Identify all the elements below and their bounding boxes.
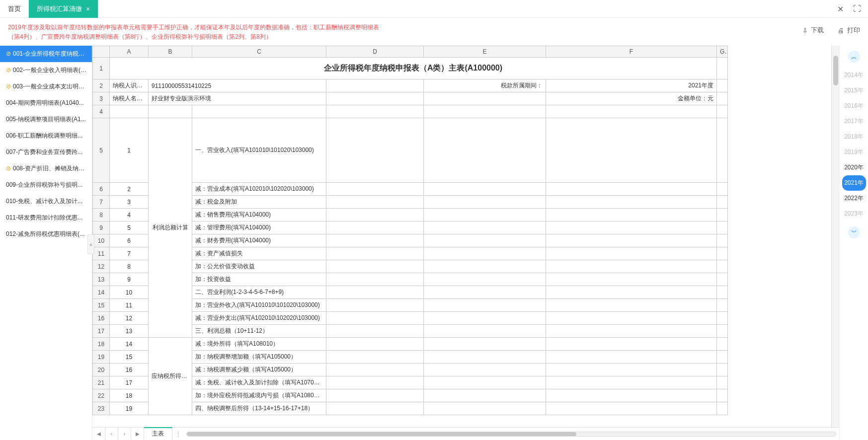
line-number[interactable]: 9 [110, 273, 149, 286]
col-header[interactable]: B [149, 46, 192, 58]
amount-cell[interactable] [326, 247, 424, 260]
hdr-item[interactable]: 项 目 [192, 105, 326, 118]
item-cell[interactable]: 加：境外应税所得抵减境内亏损（填写A108000） [192, 389, 326, 402]
col-header[interactable]: G [717, 46, 728, 58]
line-number[interactable]: 18 [110, 389, 149, 402]
sidebar-item[interactable]: 006-职工薪酬纳税调整明细... [0, 128, 92, 144]
item-cell[interactable]: 减：税金及附加 [192, 196, 326, 209]
taxpayer-name-label[interactable]: 纳税人名称： [110, 92, 149, 105]
cell[interactable] [717, 79, 728, 92]
year-option[interactable]: 2020年 [842, 160, 866, 175]
amount-cell[interactable] [326, 234, 424, 247]
profit-cell[interactable] [424, 234, 546, 247]
profit-cell[interactable] [424, 209, 546, 221]
profit-cell[interactable] [424, 312, 546, 325]
item-cell[interactable]: 减：纳税调整减少额（填写A105000） [192, 364, 326, 376]
row-number[interactable]: 14 [93, 286, 110, 299]
tab-home[interactable]: 首页 [0, 0, 29, 18]
cell[interactable] [424, 92, 546, 105]
sidebar-item[interactable]: 009-企业所得税弥补亏损明... [0, 177, 92, 193]
amount-cell[interactable] [326, 389, 424, 402]
diff-cell[interactable] [546, 389, 717, 402]
row-number[interactable]: 6 [93, 183, 110, 196]
diff-cell[interactable] [546, 312, 717, 325]
diff-cell[interactable] [546, 209, 717, 221]
item-cell[interactable]: 减：财务费用(填写A104000) [192, 234, 326, 247]
cell[interactable] [717, 364, 728, 376]
category-cell[interactable]: 利润总额计算 [149, 118, 192, 338]
amount-cell[interactable] [326, 338, 424, 351]
year-rail-up-icon[interactable]: ︽ [848, 51, 860, 63]
profit-cell[interactable] [424, 183, 546, 196]
item-cell[interactable]: 减：营业成本(填写A102010\102020\103000) [192, 183, 326, 196]
row-number[interactable]: 4 [93, 105, 110, 118]
item-cell[interactable]: 四、纳税调整后所得（13-14+15-16-17+18） [192, 402, 326, 415]
row-number[interactable]: 20 [93, 364, 110, 376]
corner-cell[interactable] [93, 46, 110, 58]
sidebar-item[interactable]: ⊘003-一般企业成本支出明细... [0, 78, 92, 95]
row-number[interactable]: 16 [93, 312, 110, 325]
line-number[interactable]: 13 [110, 325, 149, 338]
taxpayer-id-label[interactable]: 纳税人识别号： [110, 79, 149, 92]
sheet-scroll[interactable]: A B C D E F G 1企业所得税年度纳税申报表（A类）主表(A10000… [92, 46, 839, 427]
profit-cell[interactable] [424, 299, 546, 312]
item-cell[interactable]: 二、营业利润(1-2-3-4-5-6-7+8+9) [192, 286, 326, 299]
profit-cell[interactable] [424, 351, 546, 364]
cell[interactable] [717, 92, 728, 105]
row-number[interactable]: 5 [93, 118, 110, 183]
item-cell[interactable]: 加：投资收益 [192, 273, 326, 286]
col-header[interactable]: E [424, 46, 546, 58]
amount-cell[interactable] [326, 196, 424, 209]
fullscreen-icon[interactable]: ⛶ [852, 4, 862, 14]
diff-cell[interactable] [546, 196, 717, 209]
row-number[interactable]: 11 [93, 247, 110, 260]
cell[interactable] [717, 118, 728, 183]
row-number[interactable]: 21 [93, 376, 110, 389]
item-cell[interactable]: 减：营业外支出(填写A102010\102020\103000) [192, 312, 326, 325]
col-header[interactable]: C [192, 46, 326, 58]
line-number[interactable]: 7 [110, 247, 149, 260]
profit-cell[interactable] [424, 247, 546, 260]
cell[interactable] [717, 299, 728, 312]
sidebar-item[interactable]: ⊘008-资产折旧、摊销及纳税... [0, 160, 92, 177]
profit-cell[interactable] [424, 196, 546, 209]
diff-cell[interactable] [546, 221, 717, 234]
year-option[interactable]: 2022年 [842, 191, 866, 206]
profit-cell[interactable] [424, 402, 546, 415]
diff-cell[interactable] [546, 183, 717, 196]
diff-cell[interactable] [546, 273, 717, 286]
hdr-diff[interactable]: 差异 [546, 105, 717, 118]
cell[interactable] [717, 105, 728, 118]
vertical-scrollbar[interactable] [831, 46, 839, 427]
cell[interactable] [326, 92, 424, 105]
cell[interactable] [717, 273, 728, 286]
amount-cell[interactable] [326, 273, 424, 286]
profit-cell[interactable] [424, 273, 546, 286]
hdr-category[interactable]: 类别 [149, 105, 192, 118]
profit-cell[interactable] [424, 364, 546, 376]
row-number[interactable]: 12 [93, 260, 110, 273]
item-cell[interactable]: 减：销售费用(填写A104000) [192, 209, 326, 221]
line-number[interactable]: 3 [110, 196, 149, 209]
line-number[interactable]: 8 [110, 260, 149, 273]
diff-cell[interactable] [546, 376, 717, 389]
hdr-rowno[interactable]: 行次 [110, 105, 149, 118]
diff-cell[interactable] [546, 118, 717, 183]
diff-cell[interactable] [546, 325, 717, 338]
item-cell[interactable]: 加：营业外收入(填写A101010\101020\103000) [192, 299, 326, 312]
diff-cell[interactable] [546, 247, 717, 260]
tab-active[interactable]: 所得税汇算清缴 × [29, 0, 98, 18]
cell[interactable] [717, 260, 728, 273]
diff-cell[interactable] [546, 234, 717, 247]
cell[interactable] [717, 209, 728, 221]
cell[interactable] [717, 58, 728, 79]
line-number[interactable]: 12 [110, 312, 149, 325]
row-number[interactable]: 22 [93, 389, 110, 402]
sidebar-item[interactable]: ⊘002-一般企业收入明细表(A1... [0, 62, 92, 78]
amount-cell[interactable] [326, 325, 424, 338]
print-button[interactable]: 🖨 打印 [838, 26, 860, 35]
cell[interactable] [717, 312, 728, 325]
profit-cell[interactable] [424, 389, 546, 402]
profit-cell[interactable] [424, 376, 546, 389]
item-cell[interactable]: 三、利润总额（10+11-12） [192, 325, 326, 338]
